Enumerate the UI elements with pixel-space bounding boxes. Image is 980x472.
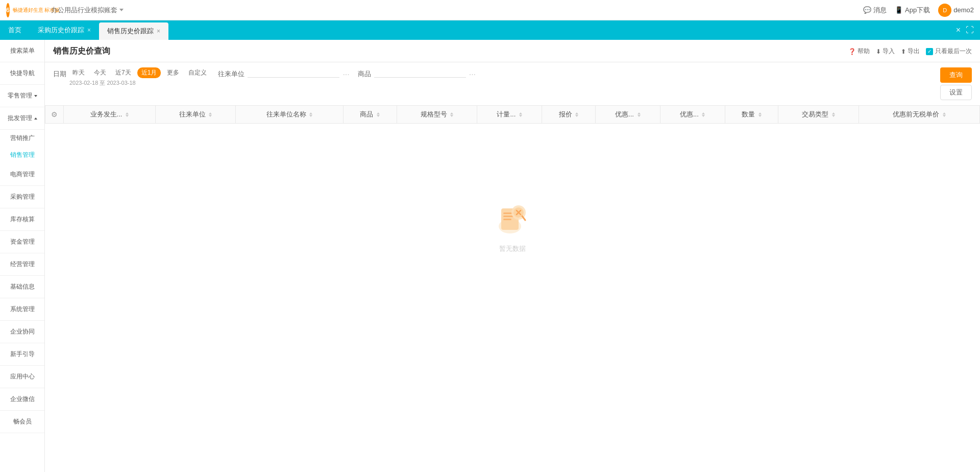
sidebar-item-sales-mgmt[interactable]: 销售管理 [0, 147, 44, 163]
export-button[interactable]: ⬆ 导出 [901, 47, 920, 56]
only-last-checkbox[interactable]: 只看最后一次 [926, 47, 972, 56]
sidebar-enterprise-wechat-label: 企业微信 [10, 395, 35, 404]
sort-arrow-up [519, 112, 522, 114]
table-col-unit[interactable]: 计量... [477, 106, 542, 124]
sidebar-item-purchase-mgmt[interactable]: 采购管理 [0, 186, 44, 208]
table-col-pretax-price[interactable]: 优惠前无税单价 [859, 106, 980, 124]
table-col-trade-type[interactable]: 交易类型 [778, 106, 859, 124]
query-button[interactable]: 查询 [940, 67, 972, 83]
settings-button[interactable]: 设置 [940, 85, 972, 100]
sidebar-item-basic-info[interactable]: 基础信息 [0, 276, 44, 298]
tab-sales-history[interactable]: 销售历史价跟踪 × [99, 22, 168, 40]
sidebar-item-inventory[interactable]: 库存核算 [0, 208, 44, 231]
sidebar-item-ecommerce[interactable]: 电商管理 [0, 163, 44, 186]
goods-input-group: ... [374, 67, 476, 78]
table-col-partner-code[interactable]: 往来单位 [155, 106, 236, 124]
tab-home[interactable]: 首页 [0, 20, 30, 40]
filter-row: 日期 昨天 今天 近7天 近1月 更多 自定义 2023-02-18 至 202… [45, 62, 980, 105]
sort-arrow-down [126, 115, 129, 117]
goods-input[interactable] [374, 67, 466, 78]
partner-input[interactable] [248, 67, 339, 78]
table-col-quantity[interactable]: 数量 [725, 106, 778, 124]
table-col-discount1[interactable]: 优惠... [595, 106, 660, 124]
logo-icon: 6 [6, 3, 10, 17]
message-button[interactable]: 💬 消息 [863, 6, 887, 15]
sort-arrow-up [377, 112, 380, 114]
table-col-biz-date[interactable]: 业务发生... [64, 106, 156, 124]
table-col-price[interactable]: 报价 [542, 106, 596, 124]
data-table: ⚙ 业务发生... 往来单位 [45, 105, 980, 124]
sidebar-item-marketing[interactable]: 营销推广 [0, 130, 44, 147]
page-title: 销售历史价查询 [53, 46, 110, 57]
sidebar-item-vip-member[interactable]: 畅会员 [0, 411, 44, 433]
tab-purchase-history-label: 采购历史价跟踪 [38, 26, 84, 35]
content-area: 销售历史价查询 ❓ 帮助 ⬇ 导入 ⬆ 导出 [45, 40, 980, 472]
svg-rect-4 [503, 219, 511, 220]
sidebar-item-app-center[interactable]: 应用中心 [0, 366, 44, 388]
date-btn-yesterday[interactable]: 昨天 [69, 67, 88, 78]
partner-filter-label: 往来单位 [218, 67, 244, 79]
sidebar-item-new-guide[interactable]: 新手引导 [0, 343, 44, 366]
sort-arrow-up [575, 112, 578, 114]
sort-arrows-partner-code [209, 112, 212, 117]
sidebar-item-enterprise-collab[interactable]: 企业协同 [0, 321, 44, 343]
table-col-discount2[interactable]: 优惠... [660, 106, 725, 124]
date-btn-custom[interactable]: 自定义 [185, 67, 210, 78]
empty-text: 暂无数据 [499, 244, 526, 253]
date-btn-last7days[interactable]: 近7天 [112, 67, 134, 78]
app-download-button[interactable]: 📱 App下载 [895, 6, 930, 15]
export-icon: ⬆ [901, 48, 906, 55]
sidebar-item-search-menu[interactable]: 搜索菜单 [0, 40, 44, 62]
message-icon: 💬 [863, 6, 871, 14]
partner-dots-button[interactable]: ... [342, 68, 349, 77]
table-col-partner-name[interactable]: 往来单位名称 [236, 106, 343, 124]
sidebar-item-quick-nav[interactable]: 快捷导航 [0, 62, 44, 85]
tab-purchase-history[interactable]: 采购历史价跟踪 × [30, 20, 99, 40]
help-button[interactable]: ❓ 帮助 [848, 47, 870, 56]
sidebar-operations-label: 经营管理 [10, 260, 35, 269]
goods-dots-button[interactable]: ... [469, 68, 476, 77]
app-selector[interactable]: 办公用品行业模拟账套 [51, 6, 124, 15]
sidebar-system-mgmt-label: 系统管理 [10, 305, 35, 314]
gear-icon[interactable]: ⚙ [51, 110, 58, 119]
sort-arrows-biz-date [126, 112, 129, 117]
table-header: ⚙ 业务发生... 往来单位 [45, 106, 980, 124]
help-icon: ❓ [848, 48, 856, 55]
sort-arrows-unit [519, 112, 522, 117]
sort-arrows-goods [377, 112, 380, 117]
export-label: 导出 [908, 47, 920, 56]
tab-bar-actions: × ⛶ [950, 20, 980, 40]
sidebar-search-menu-label: 搜索菜单 [10, 46, 35, 55]
sort-arrow-down [377, 115, 380, 117]
date-btn-today[interactable]: 今天 [91, 67, 109, 78]
sidebar-item-enterprise-wechat[interactable]: 企业微信 [0, 388, 44, 411]
page-title-row: 销售历史价查询 ❓ 帮助 ⬇ 导入 ⬆ 导出 [53, 46, 972, 57]
import-button[interactable]: ⬇ 导入 [876, 47, 895, 56]
sidebar-retail-mgmt-label: 零售管理 [8, 91, 32, 100]
date-btn-more[interactable]: 更多 [164, 67, 182, 78]
sidebar-item-retail-mgmt[interactable]: 零售管理 [0, 85, 44, 107]
sort-arrow-down [450, 115, 453, 117]
sidebar-item-system-mgmt[interactable]: 系统管理 [0, 298, 44, 321]
user-menu[interactable]: D demo2 [938, 4, 974, 17]
sidebar-item-operations[interactable]: 经营管理 [0, 253, 44, 276]
sidebar-item-wholesale-mgmt[interactable]: 批发管理 [0, 107, 44, 130]
date-btn-last1month[interactable]: 近1月 [137, 67, 161, 78]
empty-state: 暂无数据 [45, 124, 980, 328]
close-all-icon[interactable]: × [956, 26, 961, 35]
sidebar-item-finance[interactable]: 资金管理 [0, 231, 44, 253]
sort-arrow-up [832, 112, 835, 114]
sort-arrow-up [943, 112, 946, 114]
sidebar: 搜索菜单 快捷导航 零售管理 批发管理 营销推广 销售管理 电商管理 采购管理 … [0, 40, 45, 472]
sort-arrows-spec [450, 112, 453, 117]
sidebar-enterprise-collab-label: 企业协同 [10, 327, 35, 336]
message-label: 消息 [873, 6, 887, 15]
maximize-icon[interactable]: ⛶ [966, 26, 974, 35]
svg-rect-3 [503, 216, 513, 217]
tab-sales-history-close[interactable]: × [157, 28, 160, 34]
table-col-goods[interactable]: 商品 [343, 106, 397, 124]
sidebar-wholesale-mgmt-label: 批发管理 [8, 114, 32, 123]
partner-input-group: ... [248, 67, 349, 78]
table-col-spec[interactable]: 规格型号 [397, 106, 477, 124]
tab-purchase-history-close[interactable]: × [87, 27, 91, 33]
